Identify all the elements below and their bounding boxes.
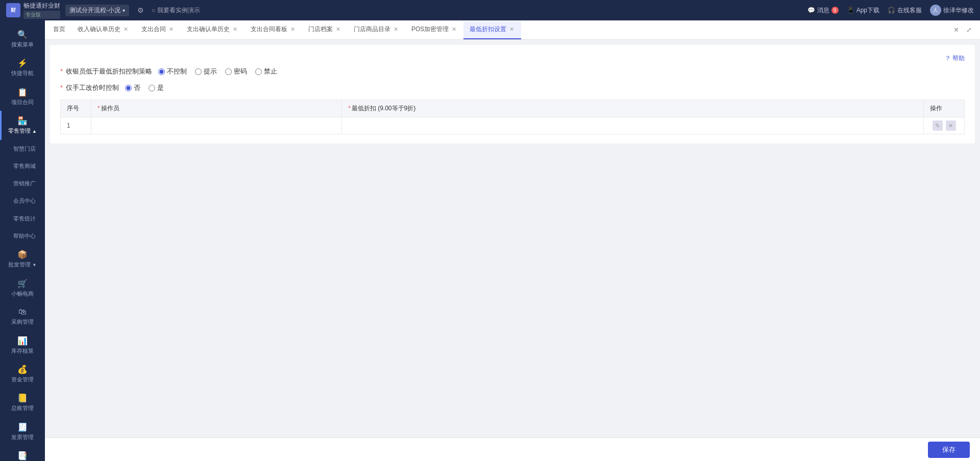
sidebar-item-project-contract[interactable]: 📋 项目合同: [0, 82, 45, 111]
sidebar-item-label: 批发管理 ▼: [8, 261, 37, 269]
online-service-label: 在线客服: [897, 6, 922, 15]
tab-close-icon[interactable]: ✕: [393, 26, 399, 33]
headset-icon: 🎧: [888, 7, 895, 14]
edit-icon-btn[interactable]: ✎: [933, 120, 943, 131]
radio-input-manual-yes[interactable]: [149, 85, 155, 91]
demo-link-text: 我要看实例演示: [157, 6, 200, 15]
header-right: 💬 消息 9 📱 App下载 🎧 在线客服 人 徐泽华修改: [807, 5, 974, 16]
tab-label: 支出合同看板: [251, 25, 287, 34]
tab-label: 支出合同: [141, 25, 166, 34]
radio-remind[interactable]: 提示: [195, 67, 217, 76]
project-name: 测试分开流程-小况: [69, 6, 120, 15]
page-content: ？ 帮助 * 收银员低于最低折扣控制策略 不控制: [45, 40, 980, 438]
tab-close-icon[interactable]: ✕: [232, 26, 238, 33]
main-card: ？ 帮助 * 收银员低于最低折扣控制策略 不控制: [50, 45, 975, 143]
cell-operator[interactable]: [91, 117, 342, 134]
th-action: 操作: [924, 100, 965, 117]
sidebar-item-batch-mgmt[interactable]: 📦 批发管理 ▼: [0, 245, 45, 274]
sidebar-item-search-menu[interactable]: 🔍 搜索菜单: [0, 25, 45, 53]
radio-input-no-control[interactable]: [158, 68, 165, 75]
sidebar-item-purchase-mgmt[interactable]: 🛍 采购管理: [0, 302, 45, 330]
tab-home[interactable]: 首页: [47, 21, 71, 39]
app-download-btn[interactable]: 📱 App下载: [847, 6, 879, 15]
tab-close-icon[interactable]: ✕: [335, 26, 341, 33]
tab-close-icon[interactable]: ✕: [168, 26, 175, 33]
radio-manual-yes[interactable]: 是: [149, 83, 164, 92]
user-avatar: 人: [930, 5, 941, 16]
radio-manual-no[interactable]: 否: [125, 83, 140, 92]
notifications-label: 消息: [817, 6, 829, 15]
radio-label-remind: 提示: [204, 67, 217, 76]
th-seq: 序号: [61, 100, 91, 117]
tab-close-icon[interactable]: ✕: [122, 26, 129, 33]
online-service-btn[interactable]: 🎧 在线客服: [888, 6, 922, 15]
tax-icon: 📑: [17, 451, 28, 460]
logo-text: 畅捷通好业财: [23, 2, 60, 10]
sidebar-item-member-center[interactable]: 会员中心: [0, 192, 45, 209]
tab-income-confirm[interactable]: 收入确认单历史 ✕: [71, 21, 135, 39]
help-label: 帮助: [952, 54, 965, 63]
tab-close-icon[interactable]: ✕: [451, 26, 457, 33]
invoice-icon: 🧾: [17, 422, 28, 432]
header-settings-icon[interactable]: ⚙: [134, 4, 146, 16]
save-button[interactable]: 保存: [928, 442, 970, 458]
sidebar-item-label: 项目合同: [11, 99, 34, 106]
sidebar-item-marketing[interactable]: 营销推广: [0, 175, 45, 192]
tab-expand-icon[interactable]: ⤢: [964, 25, 974, 35]
header-left: 财 畅捷通好业财 专业版 测试分开流程-小况 ▾ ⚙ ○ 我要看实例演示: [6, 2, 200, 19]
sidebar-item-tax-mgmt[interactable]: 📑 税务管理: [0, 446, 45, 461]
radio-label-forbid: 禁止: [264, 67, 277, 76]
radio-input-remind[interactable]: [195, 68, 202, 75]
logo-area: 财 畅捷通好业财 专业版: [6, 2, 60, 19]
tab-close-icon[interactable]: ✕: [289, 26, 296, 33]
radio-input-password[interactable]: [225, 68, 232, 75]
radio-input-forbid[interactable]: [255, 68, 262, 75]
th-operator: *操作员: [91, 100, 342, 117]
sidebar-item-label: 小畅电商: [11, 290, 34, 297]
tab-payment-confirm[interactable]: 支出确认单历史 ✕: [181, 21, 244, 39]
radio-input-manual-no[interactable]: [125, 85, 132, 91]
tab-label: 门店档案: [308, 25, 333, 34]
radio-label-manual-no: 否: [134, 83, 140, 92]
tab-store-file[interactable]: 门店档案 ✕: [302, 21, 348, 39]
radio-forbid[interactable]: 禁止: [255, 67, 277, 76]
sidebar-item-accounting[interactable]: 📒 总账管理: [0, 388, 45, 417]
sidebar-item-retail-stats[interactable]: 零售统计: [0, 210, 45, 227]
sidebar-item-inventory[interactable]: 📊 库存核算: [0, 331, 45, 359]
notification-badge: 9: [831, 7, 839, 14]
sidebar-item-retail-mall[interactable]: 零售商城: [0, 157, 45, 175]
sidebar-item-label: 快捷导航: [11, 69, 34, 77]
sidebar-item-smart-store[interactable]: 智慧门店: [0, 140, 45, 157]
tab-label: 首页: [53, 25, 65, 34]
sidebar-item-label: 零售管理 ▲: [8, 127, 37, 135]
project-selector[interactable]: 测试分开流程-小况 ▾: [65, 5, 129, 16]
sidebar-item-invoice-mgmt[interactable]: 🧾 发票管理: [0, 417, 45, 446]
tab-store-goods[interactable]: 门店商品目录 ✕: [348, 21, 405, 39]
sidebar-item-label: 零售统计: [13, 215, 36, 222]
tab-pos-encrypt[interactable]: POS加密管理 ✕: [405, 21, 463, 39]
radio-password[interactable]: 密码: [225, 67, 247, 76]
sidebar-item-label: 总账管理: [11, 404, 34, 411]
sidebar-item-retail-mgmt[interactable]: 🏪 零售管理 ▲: [0, 111, 45, 140]
top-header: 财 畅捷通好业财 专业版 测试分开流程-小况 ▾ ⚙ ○ 我要看实例演示 💬 消…: [0, 0, 980, 20]
sidebar-item-quick-nav[interactable]: ⚡ 快捷导航: [0, 53, 45, 82]
logo-icon: 财: [6, 3, 20, 17]
sidebar-item-help-center[interactable]: 帮助中心: [0, 227, 45, 245]
sidebar-item-ecommerce[interactable]: 🛒 小畅电商: [0, 274, 45, 302]
demo-link[interactable]: ○ 我要看实例演示: [152, 6, 200, 15]
chevron-up-icon: ▲: [32, 129, 37, 134]
cell-min-discount[interactable]: [342, 117, 924, 134]
tab-close-all-icon[interactable]: ✕: [951, 25, 961, 35]
tab-min-discount[interactable]: 最低折扣设置 ✕: [463, 21, 521, 39]
help-btn[interactable]: ？ 帮助: [945, 54, 965, 63]
tab-payment-contract[interactable]: 支出合同 ✕: [135, 21, 181, 39]
tab-payment-board[interactable]: 支出合同看板 ✕: [244, 21, 302, 39]
delete-icon-btn[interactable]: ✕: [946, 120, 956, 131]
tab-bar: 首页 收入确认单历史 ✕ 支出合同 ✕ 支出确认单历史 ✕ 支出合同看板 ✕ 门…: [45, 20, 980, 40]
tab-close-icon[interactable]: ✕: [508, 26, 515, 33]
radio-no-control[interactable]: 不控制: [158, 67, 187, 76]
tab-label: POS加密管理: [411, 25, 449, 34]
notifications-btn[interactable]: 💬 消息 9: [807, 6, 839, 15]
user-btn[interactable]: 人 徐泽华修改: [930, 5, 974, 16]
sidebar-item-capital-mgmt[interactable]: 💰 资金管理: [0, 359, 45, 388]
